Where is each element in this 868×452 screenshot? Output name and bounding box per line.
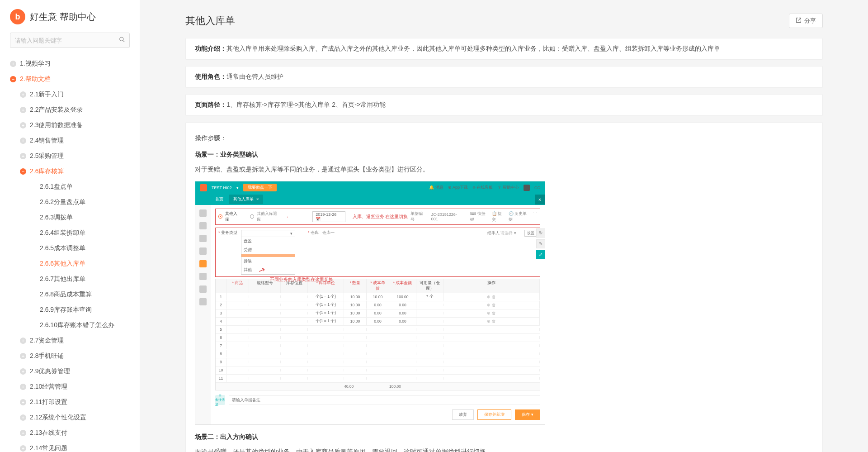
steps-label: 操作步骤：: [195, 134, 813, 143]
nav-item-label: 2.帮助文档: [20, 75, 51, 83]
page-header: 其他入库单 分享: [185, 14, 823, 28]
nav-item[interactable]: +2.13在线支付: [20, 425, 130, 441]
nav-item[interactable]: 2.6.7其他出库单: [30, 271, 130, 287]
nav-item[interactable]: 2.6.6其他入库单: [30, 256, 130, 271]
nav-item[interactable]: 2.6.1盘点单: [30, 179, 130, 195]
ss-save-add-button: 保存并新增: [477, 409, 511, 420]
ss-grid-row: 1个(1 = 1 个)10.0010.00100.007 个⊕ 🗑: [216, 293, 540, 301]
ss-grid-footer: 40.00 100.00: [216, 382, 540, 390]
nav-item[interactable]: +2.12系统个性化设置: [20, 410, 130, 425]
page-title: 其他入库单: [185, 14, 235, 28]
ss-date: 2019-12-26 📅: [312, 211, 345, 222]
expand-icon: +: [10, 61, 16, 67]
nav-item[interactable]: +2.10经营管理: [20, 379, 130, 395]
search-icon[interactable]: [119, 37, 125, 44]
ss-action-buttons: 放弃 保存并新增 保存 ▾: [215, 409, 540, 420]
scene1-text: 对于受赠、盘盈或是拆装入库等不同的业务，是通过单据头【业务类型】进行区分。: [195, 163, 813, 176]
ss-biz-label: * 业务类型: [218, 230, 237, 236]
nav-item-label: 2.6.5成本调整单: [40, 244, 85, 252]
ss-hr-4: CC: [534, 186, 540, 190]
scene2-title: 场景二：出入方向确认: [195, 433, 813, 441]
nav-item[interactable]: −2.6库存核算: [20, 164, 130, 179]
ss-grid: * 商品 规格型号 库存位置 * 库存单位 * 数量 * 成本单价 * 成本金额…: [215, 279, 540, 390]
ss-type-row: 其他入库 其他入库退库 ←──── 2019-12-26 📅 入库、退货业务 在…: [215, 209, 540, 225]
chevron-down-icon: ▾: [290, 231, 292, 236]
ss-header: TEST-HI02 ▾ 我要做点一下 🔔 消息 ⊕ App下载 ⊙ 在线客服 ？…: [195, 181, 545, 194]
nav-item[interactable]: −2.帮助文档: [10, 71, 130, 87]
ss-radio-return-icon: [250, 214, 254, 219]
nav-item-label: 2.9优惠券管理: [30, 367, 70, 376]
share-button[interactable]: 分享: [789, 14, 823, 28]
ss-nav-icon: [199, 273, 207, 280]
nav-item-label: 2.6.6其他入库单: [40, 260, 85, 268]
expand-icon: +: [20, 445, 26, 452]
svg-point-0: [120, 37, 123, 41]
nav-item[interactable]: +2.8手机旺铺: [20, 348, 130, 364]
ss-tabs: 首页 其他入库单× ×: [195, 194, 545, 205]
nav-item[interactable]: 2.6.5成本调整单: [30, 241, 130, 256]
nav-item[interactable]: +2.14常见问题: [20, 441, 130, 452]
ss-save-button: 保存 ▾: [515, 409, 540, 420]
ss-biz-dropdown: ▾ 盘盈 受赠 拆装 其他: [241, 230, 295, 275]
nav-item[interactable]: +2.3使用前数据准备: [20, 118, 130, 133]
nav-item[interactable]: 2.6.8商品成本重算: [30, 287, 130, 302]
ss-radio-in-icon: [218, 214, 222, 219]
ss-nav-icon: [199, 285, 207, 293]
nav-item[interactable]: +2.11打印设置: [20, 395, 130, 410]
spacer-icon: [30, 276, 36, 282]
nav-item-label: 2.4销售管理: [30, 137, 64, 145]
nav-item-label: 2.6.1盘点单: [40, 183, 73, 191]
ss-tab-home: 首页: [211, 195, 228, 204]
nav-item-label: 2.6.7其他出库单: [40, 275, 85, 283]
ss-nav-icon: [199, 298, 207, 305]
ss-rt-icon: ↻: [536, 228, 545, 238]
ss-grid-row-empty: 11: [216, 374, 540, 382]
scene2-p1: 无论是受赠，还是其他类型的业务，由于入库商品质量等原因，需要退回，这时可通过单据…: [195, 446, 813, 452]
nav-item-label: 2.6.9库存账本查询: [40, 306, 92, 314]
spacer-icon: [30, 291, 36, 298]
ss-rt-icon: ✎: [536, 239, 545, 248]
ss-experience-button: 我要做点一下: [243, 184, 277, 191]
ss-hr-1: ⊕ App下载: [448, 185, 468, 190]
nav-item[interactable]: 2.6.10库存账本错了怎么办: [30, 318, 130, 333]
role-text: 通常由仓管人员维护: [226, 73, 283, 80]
nav-item[interactable]: 2.6.3调拨单: [30, 210, 130, 225]
ss-grid-row-empty: 10: [216, 366, 540, 374]
nav-item[interactable]: +2.7资金管理: [20, 333, 130, 348]
nav-item[interactable]: 2.6.2分量盘点单: [30, 195, 130, 210]
ss-nav-icon: [199, 247, 207, 255]
ss-remark-row: ≡备注信息: [215, 395, 540, 405]
ss-remark-input: [229, 395, 540, 404]
intro-text: 其他入库单用来处理除采购入库、产成品入库之外的其他入库业务，因此其他入库单可处理…: [226, 45, 720, 52]
nav-item[interactable]: 2.6.4组装拆卸单: [30, 225, 130, 241]
ss-setting-button: 设置: [524, 230, 537, 237]
content-card: 操作步骤： 场景一：业务类型确认 对于受赠、盘盈或是拆装入库等不同的业务，是通过…: [185, 122, 823, 452]
collapse-icon: −: [20, 168, 26, 175]
expand-icon: +: [20, 368, 26, 375]
ss-nav-icon: [199, 235, 207, 242]
nav-item-label: 2.1新手入门: [30, 90, 64, 99]
nav-item[interactable]: +2.1新手入门: [20, 87, 130, 102]
ss-form-area: 其他入库 其他入库退库 ←──── 2019-12-26 📅 入库、退货业务 在…: [211, 205, 545, 424]
nav-item[interactable]: +2.4销售管理: [20, 133, 130, 148]
role-box: 使用角色：通常由仓管人员维护: [185, 66, 823, 88]
ss-right-toolbar: ↻ ✎ ⤢: [536, 228, 545, 259]
ss-radio-in-label: 其他入库: [225, 211, 241, 223]
nav-item[interactable]: +2.5采购管理: [20, 148, 130, 164]
nav-item[interactable]: +2.9优惠券管理: [20, 364, 130, 379]
search-input[interactable]: [10, 33, 130, 48]
nav-item-label: 2.14常见问题: [30, 444, 67, 452]
intro-label: 功能介绍：: [195, 45, 226, 52]
nav-item[interactable]: +2.2产品安装及登录: [20, 102, 130, 118]
nav-item[interactable]: +1.视频学习: [10, 56, 130, 71]
ss-grid-row: 4个(1 = 1 个)10.000.000.00⊕ 🗑: [216, 317, 540, 325]
ss-tb-0: ⌨ 快捷键: [470, 211, 489, 223]
ss-account: TEST-HI02: [212, 186, 232, 190]
nav-item-label: 2.8手机旺铺: [30, 352, 64, 360]
expand-icon: +: [20, 91, 26, 98]
share-icon: [796, 17, 802, 24]
nav-item-label: 2.6库存核算: [30, 167, 64, 176]
logo-row: b 好生意 帮助中心: [10, 9, 130, 24]
ss-close-icon: ×: [535, 195, 545, 205]
nav-item[interactable]: 2.6.9库存账本查询: [30, 302, 130, 318]
